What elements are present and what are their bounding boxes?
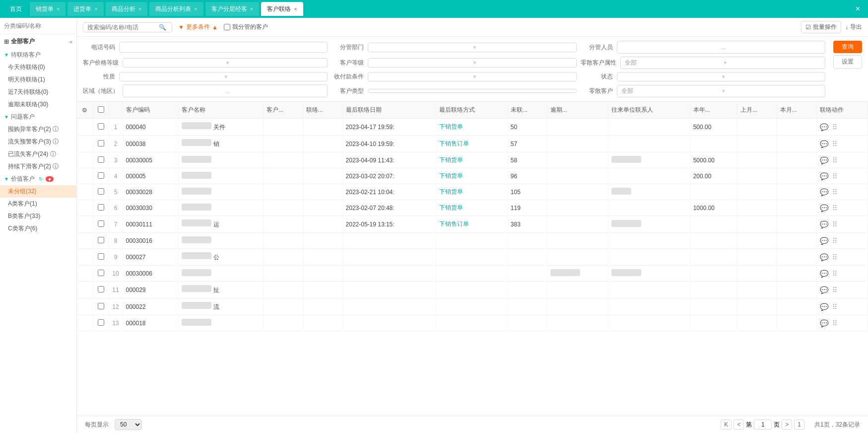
row-checkbox[interactable] — [98, 237, 104, 243]
grid-action-icon[interactable]: ⠿ — [832, 286, 837, 294]
sidebar-item-today[interactable]: 今天待联络(0) — [0, 61, 76, 73]
col-last-month[interactable]: 上月... — [737, 102, 777, 119]
phone-input[interactable] — [119, 42, 328, 53]
tab-product-analysis-list-close[interactable]: × — [194, 6, 197, 12]
contact-method-link[interactable]: 下销售订单 — [439, 220, 469, 227]
region-dots[interactable]: ... — [222, 86, 324, 95]
sidebar-item-warning[interactable]: 流失预警客户(3) ⓘ — [0, 136, 76, 148]
select-all-checkbox[interactable] — [98, 106, 104, 113]
grid-action-icon[interactable]: ⠿ — [832, 123, 837, 131]
tab-purchase-close[interactable]: × — [94, 6, 97, 12]
row-checkbox[interactable] — [98, 303, 104, 309]
prev-page-button[interactable]: < — [734, 420, 744, 430]
message-icon[interactable]: 💬 — [820, 204, 828, 212]
customerlevel-select[interactable]: ▼ — [368, 58, 576, 68]
grid-action-icon[interactable]: ⠿ — [832, 172, 837, 180]
contact-method-link[interactable]: 下销货单 — [439, 172, 463, 179]
col-contact[interactable]: 联络... — [303, 102, 342, 119]
row-checkbox[interactable] — [98, 253, 104, 260]
sidebar-all-customers[interactable]: ⊞ 全部客户 « — [0, 34, 76, 49]
payment-select[interactable]: ▼ — [368, 72, 576, 81]
grid-action-icon[interactable]: ⠿ — [832, 303, 837, 311]
my-customers-checkbox[interactable] — [224, 24, 230, 30]
message-icon[interactable]: 💬 — [820, 123, 828, 131]
col-type[interactable]: 客户... — [264, 102, 303, 119]
manager-select[interactable]: ... — [617, 41, 825, 54]
contact-method-link[interactable]: 下销货单 — [439, 188, 463, 195]
query-button[interactable]: 查询 — [833, 41, 862, 53]
sidebar-item-abnormal[interactable]: 囤购异常客户(2) ⓘ — [0, 123, 76, 136]
grid-action-icon[interactable]: ⠿ — [832, 253, 837, 261]
tab-sales-close[interactable]: × — [57, 6, 60, 12]
row-checkbox[interactable] — [98, 156, 104, 163]
manager-dots[interactable]: ... — [718, 43, 821, 52]
tab-customer-contact-close[interactable]: × — [294, 6, 297, 12]
row-checkbox[interactable] — [98, 220, 104, 227]
region-select[interactable]: ... — [123, 84, 328, 97]
pricelevel-select[interactable]: ▼ — [123, 58, 328, 68]
sidebar-item-overdue[interactable]: 逾期未联络(30) — [0, 98, 76, 111]
col-this-month[interactable]: 本月... — [777, 102, 816, 119]
col-settings[interactable]: ⚙ — [77, 102, 93, 119]
filter-search-input[interactable] — [87, 24, 157, 31]
refresh-icon[interactable]: ↻ — [39, 176, 43, 182]
grid-action-icon[interactable]: ⠿ — [832, 220, 837, 228]
more-conditions-button[interactable]: ▼ 更多条件 ▲ — [178, 23, 218, 31]
row-checkbox[interactable] — [98, 172, 104, 179]
col-code[interactable]: 客户编码 — [123, 102, 179, 119]
grid-action-icon[interactable]: ⠿ — [832, 270, 837, 278]
sidebar-search-input[interactable] — [4, 22, 77, 29]
row-checkbox[interactable] — [98, 123, 104, 130]
tab-product-analysis-close[interactable]: × — [138, 6, 141, 12]
col-overdue[interactable]: 逾期... — [547, 102, 608, 119]
grid-action-icon[interactable]: ⠿ — [832, 140, 837, 148]
export-button[interactable]: ↓ 导出 — [845, 21, 862, 33]
tab-customer-contact[interactable]: 客户联络 × — [261, 2, 303, 16]
row-checkbox[interactable] — [98, 204, 104, 211]
department-select[interactable]: ▼ — [368, 43, 576, 52]
tab-purchase[interactable]: 进货单 × — [67, 2, 103, 16]
page-number-input[interactable] — [754, 420, 772, 430]
sidebar-item-ungroup[interactable]: 未分组(32) — [0, 185, 76, 198]
first-page-button[interactable]: K — [721, 420, 732, 430]
col-last-contact-method[interactable]: 最后联络方式 — [436, 102, 507, 119]
col-last-contact-date[interactable]: 最后联络日期 — [342, 102, 436, 119]
tab-product-analysis[interactable]: 商品分析 × — [106, 2, 147, 16]
close-all-button[interactable]: × — [852, 4, 864, 13]
sidebar-group-pending[interactable]: ▼ 待联络客户 — [0, 49, 76, 61]
tab-customer-segment[interactable]: 客户分层经客 × — [205, 2, 259, 16]
col-this-year[interactable]: 本年... — [690, 102, 737, 119]
sidebar-group-problem[interactable]: ▼ 问题客户 — [0, 111, 76, 123]
row-checkbox[interactable] — [98, 319, 104, 326]
batch-operation-button[interactable]: ☑ 批量操作 — [801, 21, 841, 33]
message-icon[interactable]: 💬 — [820, 188, 828, 196]
sidebar-item-7days[interactable]: 近7天待联络(0) — [0, 86, 76, 98]
message-icon[interactable]: 💬 — [820, 286, 828, 294]
message-icon[interactable]: 💬 — [820, 237, 828, 245]
sidebar-group-value[interactable]: ▼ 价值客户 ↻ ● — [0, 173, 76, 185]
message-icon[interactable]: 💬 — [820, 156, 828, 164]
last-page-button[interactable]: 1 — [794, 420, 804, 430]
tab-product-analysis-list[interactable]: 商品分析列表 × — [149, 2, 203, 16]
col-name[interactable]: 客户名称 — [179, 102, 264, 119]
message-icon[interactable]: 💬 — [820, 270, 828, 278]
message-icon[interactable]: 💬 — [820, 172, 828, 180]
contact-method-link[interactable]: 下销货单 — [439, 123, 463, 130]
grid-action-icon[interactable]: ⠿ — [832, 204, 837, 212]
next-page-button[interactable]: > — [782, 420, 792, 430]
tab-home[interactable]: 首页 — [4, 2, 28, 16]
grid-action-icon[interactable]: ⠿ — [832, 188, 837, 196]
grid-action-icon[interactable]: ⠿ — [832, 237, 837, 245]
retailattr-select[interactable]: 全部 ▼ — [620, 57, 825, 69]
message-icon[interactable]: 💬 — [820, 220, 828, 228]
gender-select[interactable]: ▼ — [119, 72, 328, 81]
sidebar-item-c-class[interactable]: C类客户(6) — [0, 222, 76, 235]
reset-button[interactable]: 设置 — [833, 55, 862, 69]
col-uncontacted[interactable]: 未联... — [507, 102, 547, 119]
sidebar-item-lost[interactable]: 已流失客户(24) ⓘ — [0, 148, 76, 160]
col-checkbox[interactable] — [93, 102, 109, 119]
status-select[interactable]: ▼ — [617, 72, 825, 81]
tab-sales[interactable]: 销货单 × — [30, 2, 66, 16]
contact-method-link[interactable]: 下销售订单 — [439, 140, 469, 147]
message-icon[interactable]: 💬 — [820, 303, 828, 311]
